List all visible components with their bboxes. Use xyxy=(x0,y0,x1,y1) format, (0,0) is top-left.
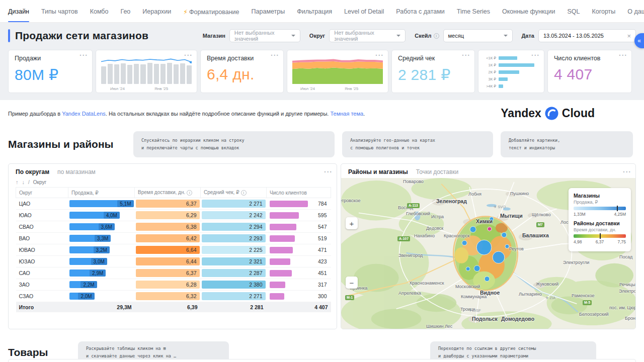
table-row-зао[interactable]: ЗАО2,2М6,282 380317 xyxy=(16,279,331,291)
date-range-value: 13.05.2024 - 13.05.2025 xyxy=(543,33,604,39)
nav-tab-иерархии[interactable]: Иерархии xyxy=(142,1,171,22)
shop-bubble[interactable] xyxy=(466,267,470,271)
shop-bubble[interactable] xyxy=(502,232,507,237)
district-cell: ВАО xyxy=(16,233,68,244)
nav-tab-фильтрация[interactable]: Фильтрация xyxy=(297,1,332,22)
table-row-сзао[interactable]: СЗАО2,0М6,322 271300 xyxy=(16,291,331,302)
chevron-down-icon xyxy=(504,35,508,37)
nav-tab-работа-с-датами[interactable]: Работа с датами xyxy=(396,1,445,22)
sale-cell: 3,0М xyxy=(68,256,135,267)
column-header-число-клиентов[interactable]: Число клиентов xyxy=(267,188,331,198)
table-row-вао[interactable]: ВАО3,3М6,422 293519 xyxy=(16,233,331,244)
map-canvas[interactable]: ПоваровоПетровскоеЗеленоградЛобняПушкино… xyxy=(341,178,635,329)
card-menu-button[interactable]: ··· xyxy=(462,51,470,59)
table-row-ювао[interactable]: ЮВАО3,2М6,642 225471 xyxy=(16,244,331,256)
table-row-цао[interactable]: ЦАО5,1М6,372 271784 xyxy=(16,198,331,210)
tab-по-округам[interactable]: По округам xyxy=(16,168,49,175)
clients-cell: 784 xyxy=(267,198,331,210)
clients-cell: 471 xyxy=(267,244,331,256)
panel-menu-button[interactable]: ··· xyxy=(623,168,631,176)
clients-cell: 317 xyxy=(267,279,331,291)
road-badge-a-113: A-113 xyxy=(407,203,420,208)
nav-tab-level-of-detail[interactable]: Level of Detail xyxy=(344,1,384,22)
scale-select[interactable]: месяц xyxy=(443,29,513,42)
column-header-округ[interactable]: Округ xyxy=(16,188,68,198)
table-row-юзао[interactable]: ЮЗАО3,0М6,442 321423 xyxy=(16,256,331,267)
district-select[interactable]: Нет выбранных значений xyxy=(329,29,406,42)
airport-icon-osf: ✈ OSF xyxy=(469,308,481,313)
clients-cell: 595 xyxy=(267,210,331,221)
district-cell: СВАО xyxy=(16,221,68,233)
nav-tab-дизайн[interactable]: Дизайн xyxy=(8,1,29,22)
nav-tab-типы-чартов[interactable]: Типы чартов xyxy=(41,1,78,22)
info-icon[interactable]: i xyxy=(434,33,439,39)
shop-bubble[interactable] xyxy=(462,240,467,245)
shop-bubble[interactable] xyxy=(474,265,480,272)
total-cell: 2 281 xyxy=(201,302,267,312)
chevron-down-icon xyxy=(396,35,400,37)
check-cell: 2 242 xyxy=(201,210,267,221)
tab-районы-и-магазины[interactable]: Районы и магазины xyxy=(348,168,408,175)
kpi-sales-card: ··· Продажи 80М ₽ xyxy=(8,50,93,93)
sort-descending-icon[interactable]: ↓ xyxy=(22,179,25,185)
card-menu-button[interactable]: ··· xyxy=(619,51,627,59)
clear-date-icon[interactable]: × xyxy=(627,33,631,39)
column-header-время-доставки-дн[interactable]: Время доставки, дн.i xyxy=(135,188,201,198)
table-row-юао[interactable]: ЮАО4,0М6,292 242595 xyxy=(16,210,331,221)
hbar xyxy=(499,84,503,88)
zoom-in-button[interactable]: + xyxy=(346,217,358,229)
info-icon[interactable]: i xyxy=(187,190,192,196)
special-point[interactable] xyxy=(488,227,492,231)
sale-cell: 5,1М xyxy=(68,198,135,210)
shop-bubble[interactable] xyxy=(476,240,492,255)
nav-tab-о-дашборде[interactable]: О дашборде xyxy=(627,1,644,22)
nav-tab-sql[interactable]: SQL xyxy=(567,1,580,22)
section-title-goods: Товары xyxy=(8,346,48,358)
nav-tab-когорты[interactable]: Когорты xyxy=(592,1,615,22)
datalens-link[interactable]: Yandex DataLens xyxy=(62,111,106,117)
card-menu-button[interactable]: ··· xyxy=(271,51,279,59)
shop-bubble[interactable] xyxy=(493,251,505,263)
page-title: Продажи сети магазинов xyxy=(15,30,148,42)
tab-точки-доставки[interactable]: Точки доставки xyxy=(416,168,458,175)
legend-districts-mid: 6,37 xyxy=(596,239,604,244)
nav-tab-комбо[interactable]: Комбо xyxy=(90,1,109,22)
nav-tab-гео[interactable]: Гео xyxy=(120,1,130,22)
card-menu-button[interactable]: ··· xyxy=(79,51,88,59)
check-cell: 2 287 xyxy=(201,267,267,279)
nav-tab-форматирование[interactable]: ⚡Форматирование xyxy=(183,1,239,22)
road-badge-a-107: A-107 xyxy=(397,236,410,241)
check-cell: 2 293 xyxy=(201,233,267,244)
delivery-cell: 6,42 xyxy=(135,233,201,244)
table-total-row: Итого29,3М6,392 2814 407 xyxy=(16,302,331,312)
panel-menu-button[interactable]: ··· xyxy=(324,168,333,176)
hbar-row: 1К ₽ xyxy=(481,63,539,67)
sort-ascending-icon[interactable]: ↑ xyxy=(16,179,19,185)
table-row-сао[interactable]: САО2,9М6,372 287451 xyxy=(16,267,331,279)
shop-bubble[interactable] xyxy=(490,217,494,221)
delivery-cell: 6,37 xyxy=(135,267,201,279)
map-panel: ··· Районы и магазиныТочки доставки xyxy=(341,163,636,329)
column-header-средний-чек[interactable]: Средний чек, ₽i xyxy=(201,188,267,198)
dashboard-title-wrap: Продажи сети магазинов xyxy=(8,29,148,42)
nav-tab-параметры[interactable]: Параметры xyxy=(252,1,285,22)
shop-bubble[interactable] xyxy=(485,277,490,282)
column-header-продажа[interactable]: Продажа, ₽ xyxy=(68,188,135,198)
table-row-свао[interactable]: СВАО3,6М6,382 294547 xyxy=(16,221,331,233)
kpi-delivery-value: 6,4 дн. xyxy=(207,66,277,83)
zoom-out-button[interactable]: − xyxy=(346,277,358,289)
shop-select-placeholder: Нет выбранных значений xyxy=(234,30,291,42)
dark-theme-link[interactable]: Темная тема xyxy=(330,111,363,117)
date-range-input[interactable]: 13.05.2024 - 13.05.2025 × xyxy=(538,29,636,42)
check-cell: 2 271 xyxy=(201,198,267,210)
tab-по-магазинам[interactable]: по магазинам xyxy=(57,168,96,175)
district-select-placeholder: Нет выбранных значений xyxy=(334,30,396,42)
info-icon[interactable]: i xyxy=(241,190,247,196)
shop-select[interactable]: Нет выбранных значений xyxy=(229,29,300,42)
hierarchy-breadcrumb[interactable]: Округ xyxy=(33,179,46,185)
nav-tab-time-series[interactable]: Time Series xyxy=(457,1,490,22)
shop-bubble[interactable] xyxy=(470,226,476,232)
shop-bubble[interactable] xyxy=(505,244,509,248)
check-cell: 2 294 xyxy=(201,221,267,233)
nav-tab-оконные-функции[interactable]: Оконные функции xyxy=(502,1,555,22)
